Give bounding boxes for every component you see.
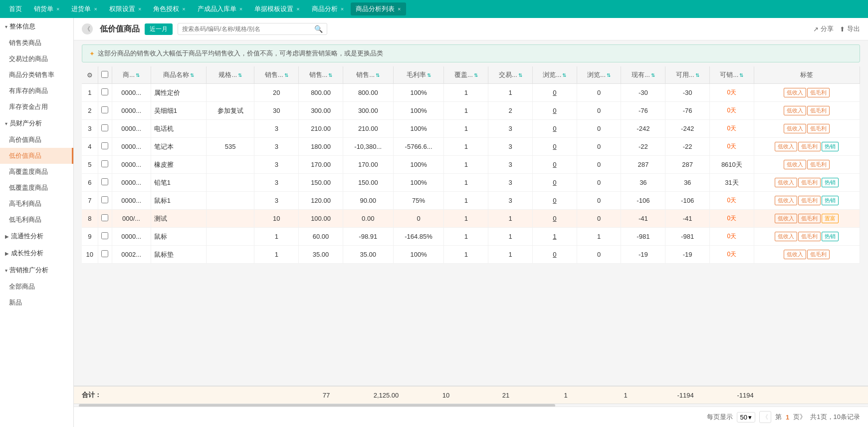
cell-tags: 低收入低毛利 <box>754 120 860 138</box>
nav-roles[interactable]: 角色授权 × <box>148 2 190 15</box>
row-checkbox[interactable] <box>101 106 108 113</box>
cell-trade: 3 <box>488 156 533 174</box>
nav-home[interactable]: 首页 <box>4 2 27 15</box>
row-checkbox[interactable] <box>101 124 108 131</box>
cell-browse1-link[interactable]: 0 <box>553 125 556 132</box>
cell-tags: 低收入低毛利 <box>754 84 860 102</box>
sidebar-item-high-margin[interactable]: 高毛利商品 <box>0 196 73 212</box>
nav-purchase[interactable]: 进货单 × <box>66 2 102 15</box>
row-checkbox[interactable] <box>101 232 108 239</box>
sidebar-group-financial[interactable]: ▾ 员财产分析 <box>0 115 73 132</box>
filter-recent-month-btn[interactable]: 近一月 <box>145 23 173 35</box>
row-checkbox[interactable] <box>101 178 108 185</box>
cell-current: -981 <box>621 228 665 246</box>
search-icon[interactable]: 🔍 <box>314 25 323 33</box>
cell-code: 000/... <box>112 210 151 228</box>
cell-coverage: 1 <box>444 246 488 264</box>
data-table: ⚙ 商...⇅ 商品名称⇅ 规格...⇅ 销售...⇅ 销售...⇅ 销售...… <box>82 66 860 264</box>
cell-browse1-link[interactable]: 0 <box>553 161 556 168</box>
sidebar-item-low-value[interactable]: 低价值商品 <box>0 148 73 164</box>
cell-coverage: 1 <box>444 156 488 174</box>
export-btn[interactable]: ⬆ 导出 <box>840 24 860 33</box>
tag-badge: 置富 <box>822 214 839 223</box>
cell-browse2: 0 <box>577 246 621 264</box>
row-checkbox[interactable] <box>101 250 108 257</box>
nav-sales-close[interactable]: × <box>56 6 59 12</box>
cell-tags: 低收入低毛利热销 <box>754 192 860 210</box>
cell-available: -22 <box>665 138 710 156</box>
cell-current: -242 <box>621 120 665 138</box>
sidebar-group-overview[interactable]: ▾ 整体信息 <box>0 18 73 35</box>
nav-template[interactable]: 单据模板设置 × <box>249 2 304 15</box>
sidebar-group-flow[interactable]: ▶ 流通性分析 <box>0 228 73 245</box>
sidebar-item-traded-products[interactable]: 交易过的商品 <box>0 51 73 67</box>
row-checkbox[interactable] <box>101 88 108 95</box>
sidebar-item-category-rate[interactable]: 商品分类销售率 <box>0 67 73 83</box>
header-actions: ↗ 分享 ⬆ 导出 <box>813 24 860 33</box>
nav-analysis-list[interactable]: 商品分析列表 × <box>351 2 406 15</box>
col-current-header: 现有...⇅ <box>621 66 665 84</box>
summary-available: -1194 <box>730 392 760 399</box>
prev-page-btn[interactable]: 《 <box>759 411 771 423</box>
nav-analysis-list-close[interactable]: × <box>398 6 401 12</box>
cell-browse1-link[interactable]: 0 <box>553 143 556 150</box>
row-checkbox[interactable] <box>101 160 108 167</box>
cell-sales-amt: 150.00 <box>343 174 393 192</box>
sidebar-item-high-coverage[interactable]: 高覆盖度商品 <box>0 164 73 180</box>
days-badge: 0天 <box>727 251 737 258</box>
cell-num: 6 <box>82 174 98 192</box>
per-page-select[interactable]: 50 ▾ <box>737 412 755 423</box>
nav-permissions-close[interactable]: × <box>138 6 141 12</box>
sidebar-item-new-products[interactable]: 新品 <box>0 295 73 311</box>
cell-checkbox <box>98 228 112 246</box>
share-btn[interactable]: ↗ 分享 <box>813 24 834 33</box>
sidebar-item-high-value[interactable]: 高价值商品 <box>0 132 73 148</box>
nav-purchase-close[interactable]: × <box>94 6 97 12</box>
cell-browse2: 0 <box>577 102 621 120</box>
sidebar-item-all-products[interactable]: 全部商品 <box>0 279 73 295</box>
collapse-sidebar-btn[interactable]: 《 <box>82 23 93 34</box>
cell-browse1-link[interactable]: 0 <box>553 89 556 96</box>
nav-sales[interactable]: 销货单 × <box>29 2 64 15</box>
cell-browse1-link[interactable]: 1 <box>553 233 556 240</box>
search-input[interactable] <box>182 25 311 32</box>
sidebar-group-growth[interactable]: ▶ 成长性分析 <box>0 245 73 262</box>
nav-analysis[interactable]: 商品分析 × <box>307 2 349 15</box>
cell-browse1-link[interactable]: 0 <box>553 215 556 222</box>
cell-browse2: 0 <box>577 174 621 192</box>
select-all-checkbox[interactable] <box>101 71 108 78</box>
table-wrapper[interactable]: ⚙ 商...⇅ 商品名称⇅ 规格...⇅ 销售...⇅ 销售...⇅ 销售...… <box>74 66 868 386</box>
cell-checkbox <box>98 246 112 264</box>
sidebar-item-stock-capital[interactable]: 库存资金占用 <box>0 99 73 115</box>
sidebar-item-sales-products[interactable]: 销售类商品 <box>0 35 73 51</box>
row-checkbox[interactable] <box>101 214 108 221</box>
nav-analysis-close[interactable]: × <box>341 6 344 12</box>
summary-current: -1194 <box>670 392 700 399</box>
col-code-header: 商...⇅ <box>112 66 151 84</box>
nav-template-close[interactable]: × <box>296 6 299 12</box>
cell-tags: 低收入低毛利 <box>754 102 860 120</box>
sidebar-item-low-margin[interactable]: 低毛利商品 <box>0 212 73 228</box>
cell-sales-price: 60.00 <box>299 228 343 246</box>
cell-browse1-link[interactable]: 0 <box>553 197 556 204</box>
cell-num: 2 <box>82 102 98 120</box>
sidebar-item-low-coverage[interactable]: 低覆盖度商品 <box>0 180 73 196</box>
cell-num: 1 <box>82 84 98 102</box>
cell-browse1-link[interactable]: 0 <box>553 179 556 186</box>
cell-margin: 100% <box>393 156 444 174</box>
sidebar-item-stock-products[interactable]: 有库存的商品 <box>0 83 73 99</box>
col-browse2-header: 浏览...⇅ <box>577 66 621 84</box>
nav-inventory[interactable]: 产成品入库单 × <box>193 2 247 15</box>
nav-permissions[interactable]: 权限设置 × <box>104 2 146 15</box>
nav-roles-close[interactable]: × <box>182 6 185 12</box>
cell-browse1-link[interactable]: 0 <box>553 107 556 114</box>
nav-inventory-close[interactable]: × <box>239 6 242 12</box>
row-checkbox[interactable] <box>101 142 108 149</box>
cell-browse1-link[interactable]: 0 <box>553 251 556 258</box>
row-checkbox[interactable] <box>101 196 108 203</box>
cell-checkbox <box>98 84 112 102</box>
col-settings[interactable]: ⚙ <box>82 66 98 84</box>
settings-icon[interactable]: ⚙ <box>87 71 93 79</box>
cell-code: 0000... <box>112 84 151 102</box>
sidebar-group-marketing[interactable]: ▾ 营销推广分析 <box>0 262 73 279</box>
